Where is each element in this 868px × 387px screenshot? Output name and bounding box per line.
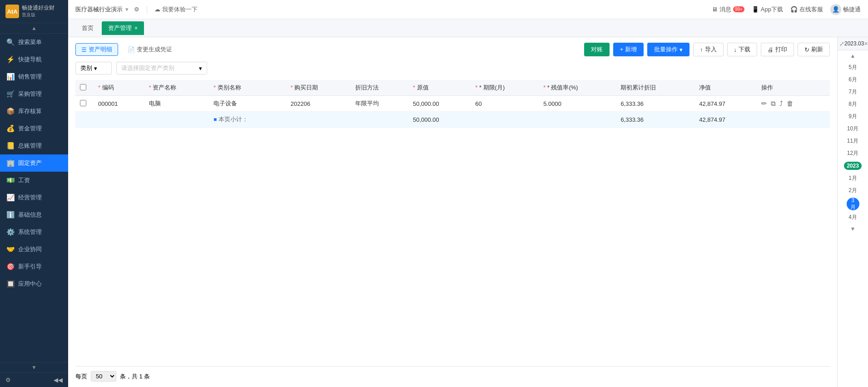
col-header-purchase-date: 购买日期 bbox=[286, 80, 351, 96]
calendar-month-12[interactable]: 12月 bbox=[838, 147, 868, 159]
building-icon: 🏢 bbox=[6, 159, 15, 167]
app-logo-icon: AtA bbox=[5, 5, 19, 18]
sidebar-item-sales[interactable]: 📊 销售管理 bbox=[0, 68, 68, 85]
app-version: 普及版 bbox=[22, 12, 55, 18]
category-select-dropdown[interactable]: 请选择固定资产类别 ▾ bbox=[116, 62, 207, 74]
sidebar-item-funds[interactable]: 💰 资金管理 bbox=[0, 120, 68, 137]
tab-home[interactable]: 首页 bbox=[75, 21, 100, 35]
chart-icon: 📊 bbox=[6, 73, 15, 81]
filter-chevron-icon: ▾ bbox=[94, 65, 97, 72]
expand-calendar-icon[interactable]: ⤢ bbox=[839, 40, 844, 47]
list-icon: ☰ bbox=[81, 46, 87, 53]
sidebar-scroll-up[interactable]: ▲ bbox=[30, 25, 38, 32]
calendar-month-5[interactable]: 5月 bbox=[838, 61, 868, 74]
sidebar-item-enterprise[interactable]: 🤝 企业协同 bbox=[0, 241, 68, 258]
message-icon: 🖥 bbox=[712, 6, 718, 13]
company-name: 医疗器械行业演示 bbox=[75, 5, 123, 14]
close-calendar-icon[interactable]: × bbox=[864, 40, 868, 47]
dropdown-arrow-icon: ▾ bbox=[680, 46, 683, 53]
trend-icon: 📈 bbox=[6, 194, 15, 202]
cell-depreciation-method: 年限平均 bbox=[351, 96, 408, 112]
message-btn[interactable]: 🖥 消息 99+ bbox=[712, 5, 744, 14]
refresh-button[interactable]: ↻ 刷新 bbox=[798, 43, 830, 56]
import-button[interactable]: ↑ 导入 bbox=[693, 43, 724, 56]
sidebar: AtA 畅捷通好业财 普及版 ▲ 🔍 搜索菜单 ⚡ 快捷导航 📊 销售管理 🛒 … bbox=[0, 0, 68, 387]
category-filter[interactable]: 类别 ▾ bbox=[75, 62, 112, 74]
calendar-month-9[interactable]: 9月 bbox=[838, 110, 868, 123]
collapse-icon[interactable]: ◀◀ bbox=[54, 377, 63, 383]
sidebar-item-guide[interactable]: 🎯 新手引导 bbox=[0, 258, 68, 275]
calendar-month-4[interactable]: 4月 bbox=[838, 211, 868, 223]
new-button[interactable]: + 新增 bbox=[613, 43, 644, 56]
subtotal-accumulated: 6,333.36 bbox=[616, 112, 694, 128]
app-download-btn[interactable]: 📱 App下载 bbox=[752, 5, 783, 14]
target-icon: 🎯 bbox=[6, 263, 15, 271]
calendar-active-year[interactable]: 2023 bbox=[844, 162, 862, 170]
col-header-depreciation-method: 折旧方法 bbox=[351, 80, 408, 96]
reconcile-button[interactable]: 对账 bbox=[584, 43, 610, 56]
calendar-year-row: 2023 bbox=[838, 159, 868, 172]
calendar-scroll[interactable]: ▲ 5月 6月 7月 8月 9月 10月 11月 12月 2023 1月 2月 … bbox=[838, 50, 868, 387]
topbar-right: 🖥 消息 99+ 📱 App下载 🎧 在线客服 👤 畅捷通 bbox=[712, 4, 861, 15]
sidebar-item-basic-info[interactable]: ℹ️ 基础信息 bbox=[0, 206, 68, 223]
tab-close-icon[interactable]: × bbox=[134, 25, 138, 31]
company-selector[interactable]: 医疗器械行业演示 ▾ bbox=[75, 5, 129, 14]
tab-asset-management[interactable]: 资产管理 × bbox=[102, 21, 144, 35]
sidebar-item-inventory[interactable]: 📦 库存核算 bbox=[0, 103, 68, 120]
select-all-checkbox[interactable] bbox=[80, 84, 86, 90]
download-button[interactable]: ↓ 下载 bbox=[727, 43, 758, 56]
phone-icon: 📱 bbox=[752, 6, 759, 13]
calendar-up-arrow[interactable]: ▲ bbox=[849, 52, 857, 60]
page-size-select[interactable]: 50 20 100 bbox=[91, 371, 116, 382]
calendar-month-1[interactable]: 1月 bbox=[838, 172, 868, 184]
calendar-month-10[interactable]: 10月 bbox=[838, 123, 868, 135]
sub-tab-asset-detail[interactable]: ☰ 资产明细 bbox=[75, 43, 118, 56]
sidebar-scroll: 🔍 搜索菜单 ⚡ 快捷导航 📊 销售管理 🛒 采购管理 📦 库存核算 💰 资金管… bbox=[0, 34, 68, 362]
subtotal-original-value: 50,000.00 bbox=[408, 112, 471, 128]
print-button[interactable]: 🖨 打印 bbox=[761, 43, 794, 56]
content-area: ☰ 资产明细 📄 变更生成凭证 对账 + 新增 bbox=[68, 37, 868, 387]
sidebar-item-search[interactable]: 🔍 搜索菜单 bbox=[0, 34, 68, 51]
sidebar-item-quick-nav[interactable]: ⚡ 快捷导航 bbox=[0, 51, 68, 68]
batch-button[interactable]: 批量操作 ▾ bbox=[647, 43, 689, 56]
copy-button[interactable]: ⧉ bbox=[771, 99, 776, 108]
calendar-year-month: 2023.03 bbox=[844, 40, 864, 47]
calendar-month-7[interactable]: 7月 bbox=[838, 86, 868, 98]
transfer-button[interactable]: ⤴ bbox=[779, 99, 783, 108]
chevron-down-icon: ▾ bbox=[125, 6, 129, 13]
calendar-month-3-current[interactable]: 3月 bbox=[847, 198, 859, 210]
calendar-month-6[interactable]: 6月 bbox=[838, 74, 868, 86]
customer-service-btn[interactable]: 🎧 在线客服 bbox=[790, 5, 823, 14]
experience-btn[interactable]: ☁ 我要体验一下 bbox=[154, 5, 198, 14]
calendar-month-2[interactable]: 2月 bbox=[838, 184, 868, 197]
col-header-accumulated-depreciation: 期初累计折旧 bbox=[616, 80, 694, 96]
sidebar-item-purchase[interactable]: 🛒 采购管理 bbox=[0, 85, 68, 103]
calendar-down-arrow[interactable]: ▼ bbox=[849, 225, 857, 233]
sidebar-logo: AtA 畅捷通好业财 普及版 bbox=[0, 0, 68, 23]
calendar-month-11[interactable]: 11月 bbox=[838, 135, 868, 147]
calendar-month-8[interactable]: 8月 bbox=[838, 98, 868, 110]
box-icon: 📦 bbox=[6, 107, 15, 115]
col-header-original-value: 原值 bbox=[408, 80, 471, 96]
doc-icon: 📄 bbox=[128, 46, 135, 53]
sidebar-item-management[interactable]: 📈 经营管理 bbox=[0, 189, 68, 206]
settings-icon[interactable]: ⚙ bbox=[5, 377, 11, 383]
sidebar-item-system[interactable]: ⚙️ 系统管理 bbox=[0, 223, 68, 241]
main-area: 医疗器械行业演示 ▾ ⚙ ☁ 我要体验一下 🖥 消息 99+ 📱 App下载 🎧… bbox=[68, 0, 868, 387]
sidebar-item-fixed-assets[interactable]: 🏢 固定资产 bbox=[0, 154, 68, 172]
calendar-header: ⤢ 2023.03 × bbox=[838, 37, 868, 50]
sidebar-scroll-down[interactable]: ▼ bbox=[30, 364, 38, 371]
divider bbox=[147, 6, 147, 13]
user-avatar-btn[interactable]: 👤 畅捷通 bbox=[830, 4, 861, 15]
row-checkbox[interactable] bbox=[80, 100, 86, 106]
sidebar-item-payroll[interactable]: 💵 工资 bbox=[0, 172, 68, 189]
delete-button[interactable]: 🗑 bbox=[787, 99, 794, 108]
settings-btn[interactable]: ⚙ bbox=[134, 6, 139, 13]
sidebar-item-ledger[interactable]: 📒 总账管理 bbox=[0, 137, 68, 154]
col-header-code: 编码 bbox=[94, 80, 144, 96]
col-header-residual-rate: * 残值率(%) bbox=[539, 80, 616, 96]
right-panel-calendar: ⤢ 2023.03 × ▲ 5月 6月 7月 8月 9月 10月 11月 12月 bbox=[837, 37, 868, 387]
sidebar-item-app-center[interactable]: 🔲 应用中心 bbox=[0, 275, 68, 293]
sub-tab-change-voucher[interactable]: 📄 变更生成凭证 bbox=[122, 43, 178, 56]
edit-button[interactable]: ✏ bbox=[761, 99, 767, 108]
